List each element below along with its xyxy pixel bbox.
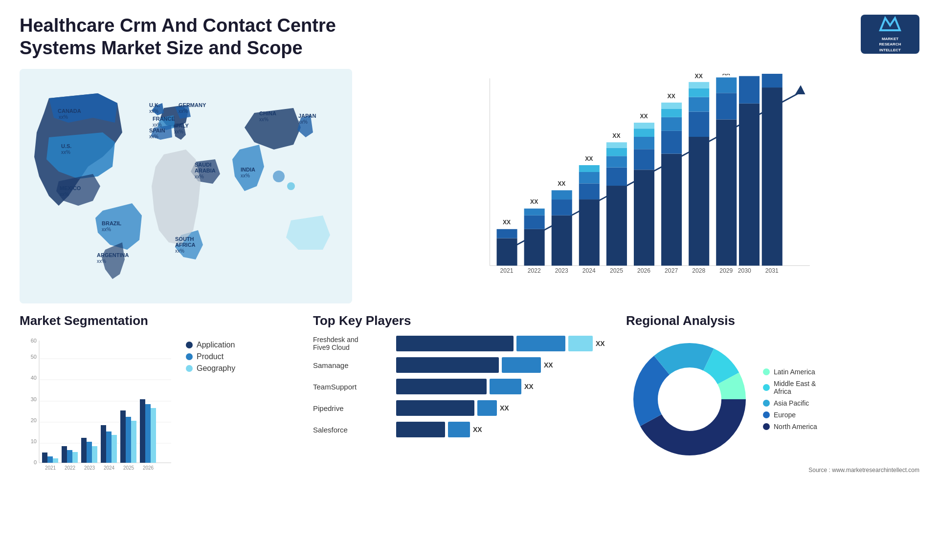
legend-mea: Middle East &Africa <box>763 380 817 395</box>
legend-latin-america: Latin America <box>763 368 817 376</box>
svg-rect-89 <box>716 93 737 119</box>
svg-rect-116 <box>47 456 53 463</box>
player-bar-dark <box>396 400 474 416</box>
svg-rect-81 <box>689 137 709 266</box>
svg-text:CANADA: CANADA <box>58 108 81 114</box>
player-bar-mid <box>477 400 497 416</box>
svg-text:JAPAN: JAPAN <box>298 113 316 119</box>
svg-text:U.K.: U.K. <box>149 102 160 108</box>
regional-title: Regional Analysis <box>626 313 919 328</box>
player-value: XX <box>473 426 482 433</box>
svg-rect-76 <box>661 117 682 131</box>
svg-rect-41 <box>497 229 517 238</box>
svg-rect-64 <box>606 142 627 148</box>
logo-text: MARKETRESEARCHINTELLECT <box>879 36 901 53</box>
svg-rect-131 <box>120 410 126 463</box>
player-row: Salesforce XX <box>313 422 616 437</box>
svg-rect-60 <box>606 186 627 266</box>
svg-text:ARGENTINA: ARGENTINA <box>97 252 129 258</box>
player-bar-wrap: XX <box>396 400 616 416</box>
legend-asia-pacific: Asia Pacific <box>763 399 817 407</box>
svg-rect-98 <box>762 87 782 266</box>
latin-america-dot <box>763 368 770 375</box>
svg-rect-117 <box>53 458 58 463</box>
svg-rect-57 <box>579 165 600 172</box>
europe-label: Europe <box>774 411 796 419</box>
player-bar-dark <box>396 422 445 437</box>
svg-text:XX: XX <box>695 74 703 80</box>
application-label: Application <box>197 341 235 349</box>
player-name: Samanage <box>313 361 391 369</box>
svg-rect-77 <box>661 109 682 117</box>
player-row: Pipedrive XX <box>313 400 616 416</box>
player-bar-mid <box>502 357 541 373</box>
svg-text:30: 30 <box>31 396 37 402</box>
segmentation-title: Market Segmentation <box>20 313 303 328</box>
player-bar-dark <box>396 357 499 373</box>
svg-text:xx%: xx% <box>61 150 70 155</box>
svg-text:XX: XX <box>503 219 511 226</box>
svg-point-3 <box>287 182 295 190</box>
player-value: XX <box>500 404 509 412</box>
source-text: Source : www.marketresearchintellect.com <box>626 467 919 474</box>
map-container: CANADA xx% U.S. xx% MEXICO xx% BRAZIL xx… <box>20 69 352 303</box>
svg-rect-120 <box>67 450 72 463</box>
svg-text:2027: 2027 <box>665 267 678 274</box>
svg-text:xx%: xx% <box>241 173 250 178</box>
regional-legend: Latin America Middle East &Africa Asia P… <box>763 368 817 431</box>
svg-rect-128 <box>106 431 112 463</box>
player-name: TeamSupport <box>313 383 391 391</box>
donut-area: Latin America Middle East &Africa Asia P… <box>626 336 919 463</box>
player-value: XX <box>544 361 553 369</box>
svg-text:xx%: xx% <box>149 134 158 139</box>
north-america-dot <box>763 423 770 430</box>
svg-text:xx%: xx% <box>298 119 308 125</box>
svg-rect-51 <box>552 191 572 200</box>
asia-pacific-label: Asia Pacific <box>774 399 809 407</box>
svg-rect-96 <box>739 76 760 104</box>
svg-rect-137 <box>151 408 156 463</box>
svg-text:xx%: xx% <box>179 108 188 114</box>
svg-rect-68 <box>634 149 654 170</box>
segmentation-legend: Application Product Geography <box>186 341 235 373</box>
world-map-svg: CANADA xx% U.S. xx% MEXICO xx% BRAZIL xx… <box>20 69 352 303</box>
svg-rect-56 <box>579 172 600 183</box>
mea-dot <box>763 384 770 391</box>
regional-container: Regional Analysis <box>626 313 919 548</box>
legend-europe: Europe <box>763 411 817 419</box>
header: Healthcare Crm And Contact Centre System… <box>20 15 919 59</box>
svg-rect-74 <box>661 154 682 266</box>
svg-text:CHINA: CHINA <box>259 110 276 116</box>
svg-text:2024: 2024 <box>104 465 115 471</box>
svg-text:FRANCE: FRANCE <box>153 116 175 122</box>
svg-rect-62 <box>606 156 627 167</box>
svg-rect-84 <box>689 88 709 97</box>
svg-text:XX: XX <box>722 74 730 77</box>
player-bar-wrap: XX <box>396 422 616 437</box>
svg-text:XX: XX <box>640 113 648 120</box>
player-value: XX <box>524 383 534 390</box>
svg-rect-129 <box>112 435 117 463</box>
svg-text:SAUDI: SAUDI <box>195 162 211 168</box>
svg-text:xx%: xx% <box>149 108 158 114</box>
svg-text:XX: XX <box>668 93 675 100</box>
svg-text:60: 60 <box>31 338 37 344</box>
legend-application: Application <box>186 341 235 349</box>
svg-text:2028: 2028 <box>692 267 705 274</box>
svg-rect-55 <box>579 184 600 200</box>
geography-dot <box>186 365 193 372</box>
svg-point-2 <box>273 171 285 182</box>
svg-text:XX: XX <box>558 180 565 187</box>
logo-area: MARKETRESEARCHINTELLECT <box>861 15 919 54</box>
svg-text:U.S.: U.S. <box>61 143 71 149</box>
svg-rect-49 <box>552 215 572 266</box>
donut-chart-svg <box>626 336 753 463</box>
top-section: CANADA xx% U.S. xx% MEXICO xx% BRAZIL xx… <box>20 69 919 303</box>
player-bar-dark <box>396 379 487 394</box>
player-row: TeamSupport XX <box>313 379 616 394</box>
svg-rect-70 <box>634 129 654 137</box>
svg-text:xx%: xx% <box>153 122 162 128</box>
svg-rect-121 <box>72 452 78 463</box>
svg-rect-63 <box>606 148 627 156</box>
svg-marker-0 <box>880 18 900 30</box>
